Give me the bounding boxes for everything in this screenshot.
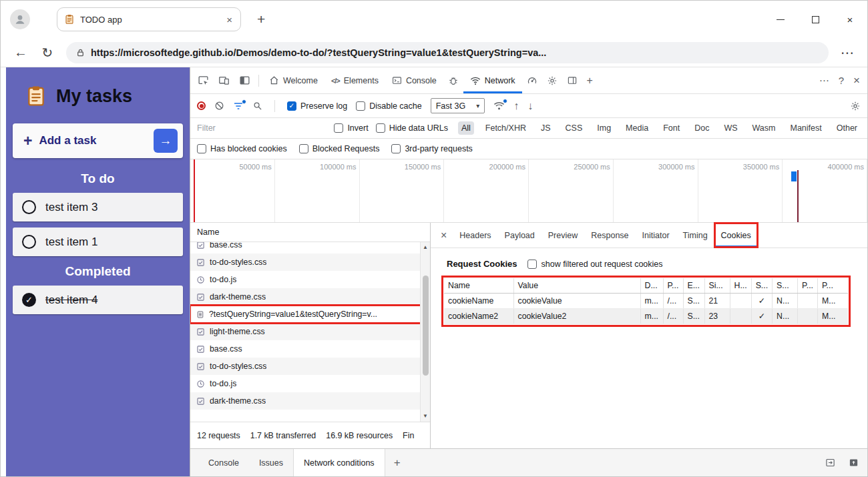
drawer-tab-console[interactable]: Console — [198, 449, 249, 476]
help-button[interactable]: ? — [834, 75, 849, 86]
chip-font[interactable]: Font — [660, 121, 683, 135]
network-overview-timeline[interactable]: 50000 ms 100000 ms 150000 ms 200000 ms 2… — [190, 159, 867, 223]
new-tab-button[interactable]: + — [253, 11, 269, 27]
task-checkbox-checked[interactable]: ✓ — [22, 293, 36, 307]
tab-headers[interactable]: Headers — [453, 223, 497, 248]
clear-button[interactable] — [214, 101, 224, 111]
col-size[interactable]: Si... — [704, 278, 730, 294]
col-httponly[interactable]: H... — [730, 278, 751, 294]
request-row[interactable]: to-do-styles.css — [190, 254, 430, 271]
col-secure[interactable]: S... — [751, 278, 772, 294]
col-samesite[interactable]: S... — [773, 278, 798, 294]
browser-menu-button[interactable]: ⋯ — [834, 45, 861, 61]
request-row[interactable]: to-do.js — [190, 271, 430, 288]
refresh-button[interactable]: ↻ — [34, 45, 61, 61]
task-checkbox[interactable] — [22, 200, 36, 214]
chip-doc[interactable]: Doc — [691, 121, 712, 135]
blocked-requests-checkbox[interactable] — [299, 144, 308, 153]
task-item[interactable]: test item 1 — [13, 227, 183, 256]
tab-network[interactable]: Network — [463, 67, 522, 93]
col-partition[interactable]: P... — [798, 278, 818, 294]
show-filtered-cookies-option[interactable]: show filtered out request cookies — [527, 260, 662, 269]
hide-data-urls-option[interactable]: Hide data URLs — [376, 123, 448, 133]
devtools-menu-button[interactable]: ⋯ — [815, 75, 834, 87]
task-item-completed[interactable]: ✓ test item 4 — [13, 286, 183, 314]
chip-all[interactable]: All — [458, 121, 474, 135]
add-drawer-tab-button[interactable]: + — [385, 449, 409, 476]
tab-close-icon[interactable]: × — [225, 14, 234, 25]
request-row[interactable]: to-do.js — [190, 375, 430, 392]
performance-button[interactable] — [522, 67, 542, 93]
chip-fetch-xhr[interactable]: Fetch/XHR — [482, 121, 529, 135]
tab-elements[interactable]: </> Elements — [324, 67, 385, 93]
invert-option[interactable]: Invert — [334, 123, 368, 133]
inspect-element-button[interactable] — [193, 67, 214, 93]
col-domain[interactable]: D... — [640, 278, 663, 294]
col-value[interactable]: Value — [513, 278, 640, 294]
invert-checkbox[interactable] — [334, 123, 343, 133]
cookie-row[interactable]: cookieName cookieValue m... /... S... 21… — [444, 294, 848, 309]
search-button[interactable] — [252, 101, 262, 111]
filter-toggle-button[interactable] — [233, 101, 244, 111]
import-har-button[interactable]: ↑ — [513, 100, 519, 112]
tab-timing[interactable]: Timing — [676, 223, 714, 248]
tab-console[interactable]: Console — [385, 67, 443, 93]
cookie-row[interactable]: cookieName2 cookieValue2 m... /... S... … — [444, 309, 848, 324]
browser-tab[interactable]: TODO app × — [57, 7, 241, 31]
request-row[interactable]: dark-theme.css — [190, 288, 430, 306]
request-row[interactable]: dark-theme.css — [190, 392, 430, 410]
record-button[interactable] — [197, 101, 206, 110]
back-button[interactable]: ← — [7, 45, 34, 60]
chip-manifest[interactable]: Manifest — [787, 121, 825, 135]
more-tools-button[interactable]: + — [582, 67, 598, 93]
layout-panel-button[interactable] — [562, 67, 582, 93]
disable-cache-option[interactable]: Disable cache — [356, 101, 422, 111]
filter-input[interactable] — [197, 123, 327, 133]
chip-wasm[interactable]: Wasm — [749, 121, 779, 135]
show-filtered-cookies-checkbox[interactable] — [527, 260, 537, 269]
drawer-tab-network-conditions[interactable]: Network conditions — [293, 449, 385, 476]
tab-payload[interactable]: Payload — [498, 223, 541, 248]
network-settings-button[interactable] — [850, 101, 861, 111]
submit-task-button[interactable]: → — [154, 129, 178, 153]
chip-img[interactable]: Img — [594, 121, 614, 135]
third-party-checkbox[interactable] — [391, 144, 401, 153]
device-toolbar-button[interactable] — [214, 67, 234, 93]
tab-response[interactable]: Response — [584, 223, 635, 248]
hide-data-urls-checkbox[interactable] — [376, 123, 385, 133]
task-checkbox[interactable] — [22, 235, 36, 249]
blocked-requests-option[interactable]: Blocked Requests — [299, 144, 380, 153]
has-blocked-cookies-checkbox[interactable] — [197, 144, 206, 153]
scroll-up-icon[interactable]: ▲ — [423, 242, 428, 253]
chip-css[interactable]: CSS — [562, 121, 586, 135]
chip-js[interactable]: JS — [537, 121, 554, 135]
close-devtools-button[interactable]: × — [849, 74, 865, 87]
close-window-button[interactable]: × — [833, 1, 867, 38]
col-priority[interactable]: P... — [817, 278, 848, 294]
activity-bar-button[interactable] — [234, 67, 255, 93]
settings-button[interactable] — [542, 67, 562, 93]
tab-initiator[interactable]: Initiator — [636, 223, 676, 248]
request-row-selected-query-string[interactable]: ?testQueryString=value1&testQueryString=… — [190, 306, 430, 323]
col-name[interactable]: Name — [444, 278, 513, 294]
request-row[interactable]: base.css — [190, 242, 430, 254]
network-conditions-button[interactable] — [493, 101, 505, 111]
col-path[interactable]: P... — [663, 278, 683, 294]
add-task-input[interactable]: Add a task — [39, 134, 147, 147]
task-item[interactable]: test item 3 — [13, 193, 183, 221]
disable-cache-checkbox[interactable] — [356, 101, 365, 111]
request-list-scrollbar[interactable]: ▲ ▼ — [420, 242, 430, 422]
throttling-select[interactable]: Fast 3G ▾ — [431, 98, 485, 113]
tab-welcome[interactable]: Welcome — [262, 67, 324, 93]
chip-media[interactable]: Media — [622, 121, 652, 135]
tab-preview[interactable]: Preview — [541, 223, 584, 248]
tab-cookies[interactable]: Cookies — [714, 223, 758, 248]
preserve-log-option[interactable]: ✓ Preserve log — [287, 101, 347, 111]
chip-other[interactable]: Other — [833, 121, 861, 135]
issues-button[interactable] — [443, 67, 463, 93]
request-row[interactable]: light-theme.css — [190, 323, 430, 340]
url-bar[interactable]: https://microsoftedge.github.io/Demos/de… — [66, 42, 829, 63]
scrollbar-thumb[interactable] — [423, 276, 429, 376]
chip-ws[interactable]: WS — [720, 121, 740, 135]
expand-panel-button[interactable] — [848, 458, 859, 468]
